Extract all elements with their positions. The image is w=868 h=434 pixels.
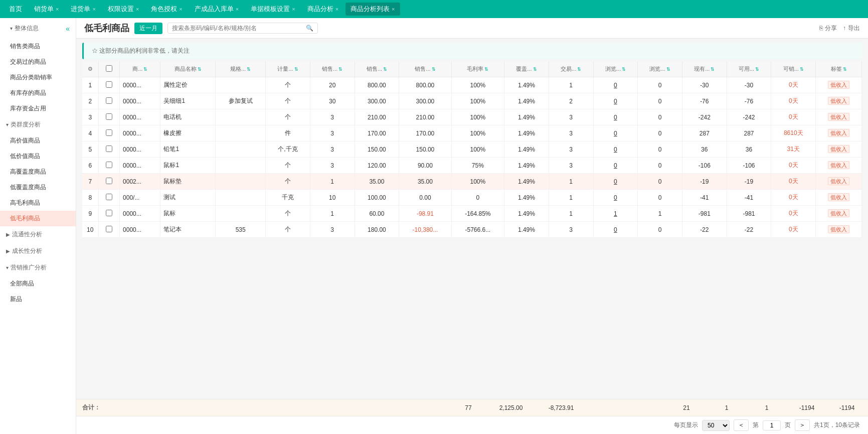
sidebar-group-cluster[interactable]: ▾ 类群度分析 [0, 116, 76, 133]
th-checkbox[interactable] [98, 61, 120, 77]
close-goods-analysis-list-icon[interactable]: × [392, 6, 395, 12]
cell-gross-margin: 100% [451, 77, 504, 93]
th-tag[interactable]: 标签⇅ [816, 61, 862, 77]
row-checkbox[interactable] [106, 162, 112, 168]
sidebar-item-new-goods[interactable]: 新品 [0, 292, 76, 307]
cell-checkbox[interactable] [98, 93, 120, 109]
sidebar-group-growth[interactable]: ▶ 成长性分析 [0, 243, 76, 259]
close-goods-analysis-icon[interactable]: × [335, 6, 338, 12]
th-sales-price[interactable]: 销售...⇅ [355, 61, 399, 77]
cell-checkbox[interactable] [98, 109, 120, 125]
page-input[interactable] [763, 420, 781, 430]
cell-browse1[interactable]: 0 [593, 158, 638, 174]
sidebar-item-all-goods[interactable]: 全部商品 [0, 276, 76, 292]
th-browse1[interactable]: 浏览...⇅ [593, 61, 638, 77]
th-sales-profit[interactable]: 销售...⇅ [399, 61, 451, 77]
page-header: 低毛利商品 近一月 🔍 ⎘ 分享 ↑ 导出 [76, 18, 868, 39]
row-checkbox[interactable] [106, 81, 112, 88]
nav-product-in[interactable]: 产成品入库单× [190, 3, 244, 16]
nav-permission[interactable]: 权限设置× [103, 3, 144, 16]
cell-name: 鼠标垫 [160, 174, 216, 190]
cell-browse1[interactable]: 0 [593, 109, 638, 125]
th-available[interactable]: 可用...⇅ [727, 61, 771, 77]
cell-row-num: 8 [82, 190, 98, 206]
row-checkbox[interactable] [106, 97, 112, 104]
th-browse2[interactable]: 浏览...⇅ [638, 61, 682, 77]
prev-page-button[interactable]: ＜ [734, 419, 749, 431]
row-checkbox[interactable] [106, 226, 112, 232]
nav-goods-analysis[interactable]: 商品分析× [302, 3, 343, 16]
per-page-select[interactable]: 50 100 200 [702, 420, 730, 431]
cell-browse1[interactable]: 0 [593, 93, 638, 109]
th-settings[interactable]: ⚙ [82, 61, 98, 77]
cell-browse1[interactable]: 0 [593, 125, 638, 141]
close-sales-icon[interactable]: × [56, 6, 59, 12]
sidebar-item-high-value[interactable]: 高价值商品 [0, 133, 76, 149]
row-checkbox[interactable] [106, 178, 112, 184]
nav-home[interactable]: 首页 [4, 3, 27, 16]
close-template-icon[interactable]: × [292, 6, 295, 12]
cell-checkbox[interactable] [98, 206, 120, 222]
th-gross-margin[interactable]: 毛利率⇅ [451, 61, 504, 77]
th-unit[interactable]: 计量...⇅ [266, 61, 310, 77]
nav-sales[interactable]: 销货单× [29, 3, 64, 16]
cell-browse1[interactable]: 0 [593, 141, 638, 158]
cell-transactions: 3 [549, 125, 593, 141]
nav-role[interactable]: 角色授权× [146, 3, 187, 16]
row-checkbox[interactable] [106, 146, 112, 152]
sidebar-item-low-margin[interactable]: 低毛利商品 [0, 211, 76, 226]
cell-checkbox[interactable] [98, 158, 120, 174]
sidebar-group-marketing[interactable]: ▾ 营销推广分析 [0, 259, 76, 276]
search-input[interactable] [172, 25, 303, 32]
sidebar-group-overall[interactable]: ▾ 整体信息 [4, 20, 45, 37]
th-current[interactable]: 现有...⇅ [682, 61, 727, 77]
close-product-in-icon[interactable]: × [236, 6, 239, 12]
sidebar-item-low-value[interactable]: 低价值商品 [0, 149, 76, 164]
close-purchase-icon[interactable]: × [92, 6, 95, 12]
cell-checkbox[interactable] [98, 141, 120, 158]
filter-recent-month-button[interactable]: 近一月 [134, 23, 162, 34]
nav-purchase[interactable]: 进货单× [66, 3, 100, 16]
sidebar-item-high-margin[interactable]: 高毛利商品 [0, 195, 76, 211]
sidebar-item-traded-goods[interactable]: 交易过的商品 [0, 54, 76, 70]
close-permission-icon[interactable]: × [136, 6, 139, 12]
th-coverage[interactable]: 覆盖...⇅ [504, 61, 549, 77]
cell-browse1[interactable]: 0 [593, 190, 638, 206]
sidebar-group-flow[interactable]: ▶ 流通性分析 [0, 226, 76, 243]
cell-checkbox[interactable] [98, 190, 120, 206]
th-spec[interactable]: 规格...⇅ [216, 61, 266, 77]
cell-sellable: 0天 [771, 77, 816, 93]
sidebar-collapse-btn[interactable]: « [64, 25, 72, 33]
cell-checkbox[interactable] [98, 222, 120, 238]
cell-checkbox[interactable] [98, 77, 120, 93]
cell-checkbox[interactable] [98, 174, 120, 190]
sidebar-item-high-coverage[interactable]: 高覆盖度商品 [0, 164, 76, 180]
nav-template[interactable]: 单据模板设置× [246, 3, 300, 16]
nav-goods-analysis-list[interactable]: 商品分析列表× [345, 3, 400, 16]
row-checkbox[interactable] [106, 194, 112, 200]
cell-browse1[interactable]: 0 [593, 222, 638, 238]
th-name[interactable]: 商品名称⇅ [160, 61, 216, 77]
sidebar-item-inventory-goods[interactable]: 有库存的商品 [0, 85, 76, 101]
cell-browse1[interactable]: 0 [593, 77, 638, 93]
search-box[interactable]: 🔍 [167, 23, 318, 34]
row-checkbox[interactable] [106, 210, 112, 216]
cell-browse1[interactable]: 0 [593, 174, 638, 190]
sidebar-item-category-rate[interactable]: 商品分类助销率 [0, 70, 76, 85]
th-sales-qty[interactable]: 销售...⇅ [310, 61, 355, 77]
close-role-icon[interactable]: × [179, 6, 182, 12]
cell-browse1[interactable]: 1 [593, 206, 638, 222]
select-all-checkbox[interactable] [106, 65, 112, 72]
th-transactions[interactable]: 交易...⇅ [549, 61, 593, 77]
cell-checkbox[interactable] [98, 125, 120, 141]
row-checkbox[interactable] [106, 129, 112, 136]
sidebar-item-low-coverage[interactable]: 低覆盖度商品 [0, 180, 76, 195]
sidebar-item-sales-goods[interactable]: 销售类商品 [0, 39, 76, 54]
row-checkbox[interactable] [106, 113, 112, 120]
next-page-button[interactable]: ＞ [795, 419, 810, 431]
th-sellable[interactable]: 可销...⇅ [771, 61, 816, 77]
share-button[interactable]: ⎘ 分享 [819, 24, 837, 33]
sidebar-item-inventory-capital[interactable]: 库存资金占用 [0, 101, 76, 116]
th-code[interactable]: 商...⇅ [120, 61, 160, 77]
export-button[interactable]: ↑ 导出 [843, 24, 860, 33]
